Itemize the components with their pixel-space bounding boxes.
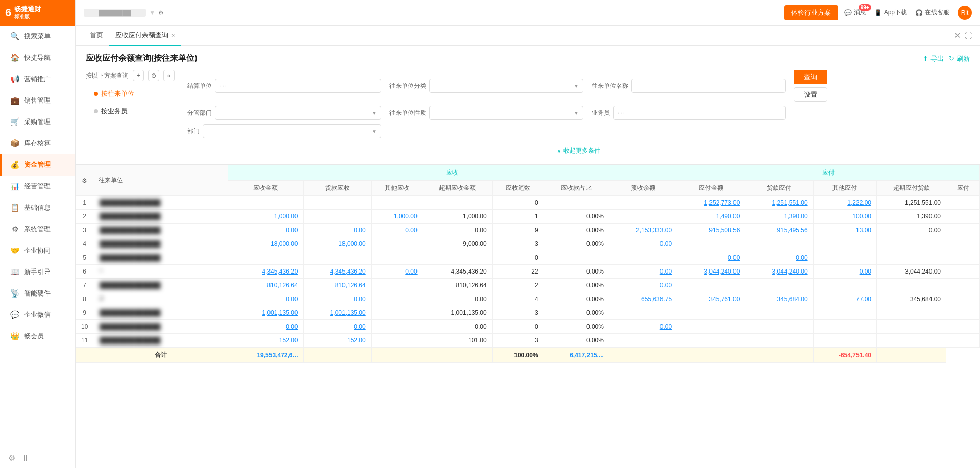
cell-ap-goods-1[interactable]: 1,390.00: [745, 210, 813, 224]
cell-ap-goods-7[interactable]: 345,684.00: [745, 292, 813, 306]
cell-ar-prepay-3[interactable]: 0.00: [609, 237, 677, 251]
cell-ar-goods-2[interactable]: 0.00: [303, 224, 371, 237]
cell-ar-other-1[interactable]: 1,000.00: [371, 210, 423, 224]
sidebar-item-11[interactable]: 📖新手引导: [0, 261, 75, 283]
sidebar-item-13[interactable]: 💬企业微信: [0, 304, 75, 326]
select-dept[interactable]: ▼: [215, 106, 381, 120]
cell-ap-other-7[interactable]: 77.00: [813, 292, 876, 306]
cell-ap-amount-4[interactable]: 0.00: [677, 251, 745, 265]
tab-ar-query[interactable]: 应收应付余额查询 ×: [109, 26, 181, 46]
refresh-button[interactable]: ↻ 刷新: [949, 54, 970, 63]
cell-ar-other-3[interactable]: [371, 237, 423, 251]
maximize-icon[interactable]: ⛶: [965, 32, 972, 40]
cell-ar-prepay-2[interactable]: 2,153,333.00: [609, 224, 677, 237]
query-button[interactable]: 查询: [794, 70, 827, 84]
select-department[interactable]: ▼: [203, 124, 381, 138]
cell-ap-amount-8[interactable]: [677, 306, 745, 320]
cell-ar-goods-4[interactable]: [303, 251, 371, 265]
sidebar-item-6[interactable]: 💰资金管理: [0, 154, 75, 176]
input-unit-name[interactable]: [631, 79, 786, 93]
sidebar-item-8[interactable]: 📋基础信息: [0, 197, 75, 218]
tab-close-icon[interactable]: ×: [172, 32, 175, 38]
sidebar-item-9[interactable]: ⚙系统管理: [0, 218, 75, 240]
cell-ar-other-7[interactable]: [371, 292, 423, 306]
app-download-button[interactable]: 📱 App下载: [874, 8, 907, 17]
cell-ap-amount-10[interactable]: [677, 334, 745, 348]
cell-ar-prepay-6[interactable]: 0.00: [609, 279, 677, 292]
select-settlement-unit[interactable]: ···: [215, 79, 381, 93]
sidebar-item-7[interactable]: 📊经营管理: [0, 176, 75, 197]
cell-ar-amount-3[interactable]: 18,000.00: [228, 237, 303, 251]
settings-bottom-icon[interactable]: ⚙: [8, 453, 15, 463]
cell-ap-other-4[interactable]: [813, 251, 876, 265]
cell-ar-prepay-1[interactable]: [609, 210, 677, 224]
cell-ap-other-8[interactable]: [813, 306, 876, 320]
cell-ar-other-6[interactable]: [371, 279, 423, 292]
user-avatar[interactable]: Rit: [958, 6, 972, 20]
customer-service-button[interactable]: 🎧 在线客服: [915, 8, 949, 17]
collapse-scheme-icon[interactable]: «: [163, 70, 175, 81]
cell-ar-prepay-10[interactable]: [609, 334, 677, 348]
cell-ap-other-5[interactable]: 0.00: [813, 265, 876, 279]
cell-ar-goods-6[interactable]: 810,126.64: [303, 279, 371, 292]
close-window-icon[interactable]: ✕: [954, 31, 961, 40]
cell-ap-other-0[interactable]: 1,222.00: [813, 196, 876, 210]
cell-ap-goods-5[interactable]: 3,044,240.00: [745, 265, 813, 279]
select-salesperson[interactable]: ···: [613, 106, 786, 120]
sidebar-item-14[interactable]: 👑畅会员: [0, 326, 75, 347]
cell-ap-amount-9[interactable]: [677, 320, 745, 334]
settings-col-header[interactable]: ⚙: [76, 165, 93, 196]
cell-ap-amount-2[interactable]: 915,508.56: [677, 224, 745, 237]
cell-ar-prepay-7[interactable]: 655,636.75: [609, 292, 677, 306]
cell-ap-goods-9[interactable]: [745, 320, 813, 334]
cell-ap-amount-7[interactable]: 345,761.00: [677, 292, 745, 306]
add-scheme-icon[interactable]: +: [133, 70, 144, 81]
cell-ar-amount-6[interactable]: 810,126.64: [228, 279, 303, 292]
cell-ar-amount-1[interactable]: 1,000.00: [228, 210, 303, 224]
cell-ap-goods-0[interactable]: 1,251,551.00: [745, 196, 813, 210]
cell-ar-amount-8[interactable]: 1,001,135.00: [228, 306, 303, 320]
cell-ap-other-3[interactable]: [813, 237, 876, 251]
cell-ap-amount-6[interactable]: [677, 279, 745, 292]
sidebar-item-4[interactable]: 🛒采购管理: [0, 111, 75, 133]
cell-ar-prepay-4[interactable]: [609, 251, 677, 265]
cell-ar-other-5[interactable]: 0.00: [371, 265, 423, 279]
cell-ar-amount-9[interactable]: 0.00: [228, 320, 303, 334]
cell-ar-goods-3[interactable]: 18,000.00: [303, 237, 371, 251]
sidebar-item-1[interactable]: 🏠快捷导航: [0, 47, 75, 68]
select-unit-nature[interactable]: ▼: [429, 106, 583, 120]
cell-ap-other-9[interactable]: [813, 320, 876, 334]
cell-ap-goods-8[interactable]: [745, 306, 813, 320]
sidebar-item-0[interactable]: 🔍搜索菜单: [0, 26, 75, 47]
cell-ar-other-10[interactable]: [371, 334, 423, 348]
cell-ar-amount-5[interactable]: 4,345,436.20: [228, 265, 303, 279]
option-by-salesperson[interactable]: 按业务员: [86, 103, 175, 120]
cell-ar-other-0[interactable]: [371, 196, 423, 210]
cell-ap-amount-1[interactable]: 1,490.00: [677, 210, 745, 224]
solution-button[interactable]: 体验行业方案: [784, 5, 838, 20]
footer-ar-prepay[interactable]: 6,417,215....: [544, 348, 609, 363]
edit-scheme-icon[interactable]: ⊙: [148, 70, 159, 81]
cell-ap-other-2[interactable]: 13.00: [813, 224, 876, 237]
cell-ar-amount-0[interactable]: [228, 196, 303, 210]
collapse-icon[interactable]: ⏸: [21, 454, 30, 463]
cell-ar-goods-1[interactable]: [303, 210, 371, 224]
cell-ap-goods-3[interactable]: [745, 237, 813, 251]
cell-ar-goods-7[interactable]: 0.00: [303, 292, 371, 306]
cell-ar-prepay-8[interactable]: [609, 306, 677, 320]
export-button[interactable]: ⬆ 导出: [923, 54, 944, 63]
cell-ar-other-4[interactable]: [371, 251, 423, 265]
cell-ap-goods-4[interactable]: 0.00: [745, 251, 813, 265]
sidebar-item-2[interactable]: 📢营销推广: [0, 68, 75, 90]
cell-ap-amount-5[interactable]: 3,044,240.00: [677, 265, 745, 279]
cell-ar-goods-8[interactable]: 1,001,135.00: [303, 306, 371, 320]
cell-ap-amount-3[interactable]: [677, 237, 745, 251]
setting-button[interactable]: 设置: [794, 87, 827, 102]
gear-icon[interactable]: ⚙: [158, 9, 164, 16]
cell-ar-goods-10[interactable]: 152.00: [303, 334, 371, 348]
sidebar-item-10[interactable]: 🤝企业协同: [0, 240, 75, 261]
cell-ar-goods-9[interactable]: 0.00: [303, 320, 371, 334]
footer-ar-total[interactable]: 19,553,472,6...: [228, 348, 303, 363]
cell-ar-prepay-5[interactable]: 0.00: [609, 265, 677, 279]
cell-ap-other-1[interactable]: 100.00: [813, 210, 876, 224]
